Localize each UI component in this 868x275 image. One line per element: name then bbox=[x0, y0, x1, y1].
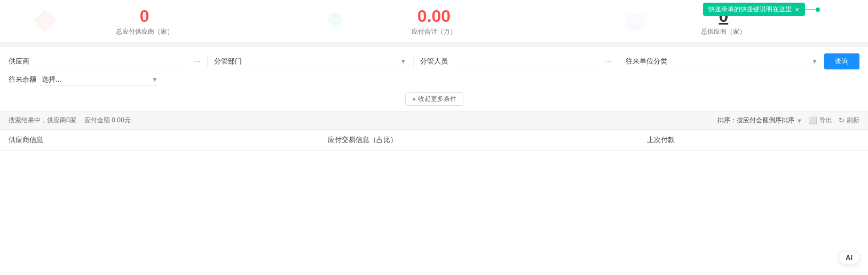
department-select[interactable] bbox=[245, 56, 400, 67]
table-header: 供应商信息 应付交易信息（占比） 上次付款 bbox=[0, 130, 868, 151]
export-icon: ⬜ bbox=[809, 116, 817, 124]
supplier-input[interactable] bbox=[33, 56, 191, 67]
export-button[interactable]: ⬜ 导出 bbox=[809, 116, 832, 125]
summary-item-payable-suppliers: 0 总应付供应商（家） bbox=[0, 0, 289, 42]
summary-item-payable-total: 0.00 应付合计（万） bbox=[289, 0, 579, 42]
result-actions: 排序：按应付会额倒序排序 ▼ ⬜ 导出 ↻ 刷新 bbox=[717, 116, 859, 125]
diamond-icon bbox=[32, 7, 58, 35]
total-suppliers-label: 总供应商（家） bbox=[701, 27, 746, 36]
result-summary-text: 搜索结果中，供应商0家 bbox=[9, 116, 76, 124]
table-body bbox=[0, 151, 868, 275]
unit-class-select-wrapper: ▼ bbox=[670, 56, 818, 67]
col-transaction-header: 应付交易信息（占比） bbox=[328, 135, 647, 145]
result-amount-text: 应付金额 0.00元 bbox=[84, 116, 131, 124]
svg-rect-11 bbox=[633, 23, 639, 30]
supplier-label: 供应商 bbox=[9, 57, 30, 66]
tooltip-close-button[interactable]: × bbox=[795, 6, 799, 13]
department-chevron-icon: ▼ bbox=[400, 58, 407, 65]
payable-suppliers-number: 0 bbox=[140, 6, 149, 26]
export-label: 导出 bbox=[819, 116, 832, 125]
balance-label: 往来余额 bbox=[9, 75, 36, 84]
svg-rect-12 bbox=[626, 13, 645, 15]
tooltip-dot bbox=[815, 7, 819, 12]
person-input[interactable] bbox=[451, 56, 602, 67]
balance-select[interactable]: 选择... bbox=[40, 74, 152, 85]
divider-3 bbox=[619, 56, 619, 67]
unit-class-select[interactable] bbox=[670, 56, 811, 67]
building-icon bbox=[622, 6, 650, 36]
divider-2 bbox=[413, 56, 414, 67]
balance-chevron-icon: ▼ bbox=[152, 76, 158, 83]
collapse-button[interactable]: ∧ 收起更多条件 bbox=[405, 92, 463, 106]
supplier-dots[interactable]: ··· bbox=[194, 57, 201, 66]
result-summary: 搜索结果中，供应商0家 应付金额 0.00元 bbox=[9, 116, 131, 125]
tooltip-bubble: 快速录单的快捷键说明在这里 × bbox=[703, 3, 804, 16]
filter-row-2: 往来余额 选择... ▼ bbox=[9, 74, 859, 85]
sort-chevron-icon: ▼ bbox=[796, 117, 802, 124]
sort-label: 排序：按应付会额倒序排序 bbox=[717, 116, 794, 125]
summary-bar: 0 总应付供应商（家） 0.00 应付合计（万） 快速录单的快捷键说明在这里 × bbox=[0, 0, 868, 43]
summary-item-total-suppliers: 快速录单的快捷键说明在这里 × 0 总供应商（家） bbox=[579, 0, 868, 42]
svg-rect-9 bbox=[628, 23, 632, 27]
department-select-wrapper: ▼ bbox=[245, 56, 406, 67]
refresh-button[interactable]: ↻ 刷新 bbox=[839, 116, 859, 125]
payable-total-number: 0.00 bbox=[417, 6, 451, 26]
svg-rect-10 bbox=[640, 23, 643, 27]
svg-rect-6 bbox=[628, 18, 632, 21]
collapse-label: 收起更多条件 bbox=[418, 95, 456, 104]
piggy-icon bbox=[321, 6, 349, 36]
col-supplier-header: 供应商信息 bbox=[9, 135, 328, 145]
filter-row-1: 供应商 ··· 分管部门 ▼ 分管人员 ··· 往来单位分类 bbox=[9, 53, 859, 69]
person-label: 分管人员 bbox=[420, 57, 448, 66]
collapse-chevron-icon: ∧ bbox=[412, 96, 416, 102]
col-lastpay-header: 上次付款 bbox=[647, 135, 860, 145]
sort-select-wrapper[interactable]: 排序：按应付会额倒序排序 ▼ bbox=[717, 116, 802, 125]
filter-item-supplier: 供应商 ··· bbox=[9, 56, 201, 67]
filter-section: 供应商 ··· 分管部门 ▼ 分管人员 ··· 往来单位分类 bbox=[0, 47, 868, 90]
ai-badge[interactable]: Ai bbox=[839, 251, 859, 264]
filter-item-person: 分管人员 ··· bbox=[420, 56, 612, 67]
department-label: 分管部门 bbox=[214, 57, 242, 66]
payable-total-label: 应付合计（万） bbox=[412, 27, 456, 36]
query-button[interactable]: 查询 bbox=[824, 53, 859, 69]
filter-item-balance: 往来余额 选择... ▼ bbox=[9, 74, 158, 85]
svg-point-4 bbox=[337, 18, 339, 19]
payable-suppliers-label: 总应付供应商（家） bbox=[116, 27, 173, 36]
unit-class-chevron-icon: ▼ bbox=[811, 58, 818, 65]
collapse-row: ∧ 收起更多条件 bbox=[0, 90, 868, 112]
result-bar: 搜索结果中，供应商0家 应付金额 0.00元 排序：按应付会额倒序排序 ▼ ⬜ … bbox=[0, 112, 868, 130]
tooltip-text: 快速录单的快捷键说明在这里 bbox=[708, 5, 792, 14]
balance-select-wrapper: 选择... ▼ bbox=[40, 74, 158, 85]
person-dots[interactable]: ··· bbox=[605, 57, 612, 66]
divider-1 bbox=[207, 56, 208, 67]
filter-item-department: 分管部门 ▼ bbox=[214, 56, 406, 67]
svg-rect-8 bbox=[640, 18, 643, 21]
refresh-icon: ↻ bbox=[839, 116, 845, 124]
unit-class-label: 往来单位分类 bbox=[626, 57, 667, 66]
refresh-label: 刷新 bbox=[847, 116, 859, 125]
filter-item-unit-class: 往来单位分类 ▼ bbox=[626, 56, 818, 67]
svg-rect-7 bbox=[634, 18, 637, 21]
